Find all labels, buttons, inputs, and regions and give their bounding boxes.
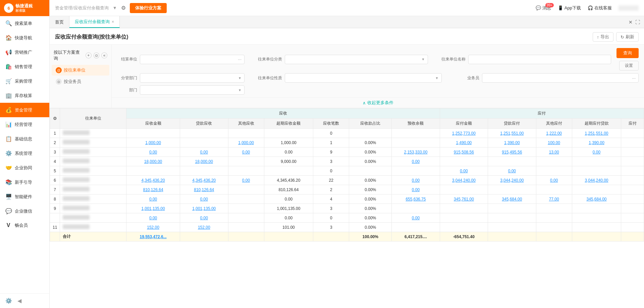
delete-scheme-button[interactable]: «	[101, 52, 107, 58]
department-field: 部门 ▼	[117, 85, 245, 95]
ellipsis-icon: ···	[238, 57, 241, 62]
user-name	[619, 5, 639, 11]
app-logo: 6 畅捷通账 标准版	[0, 0, 49, 16]
filter-label-row: 按以下方案查询 + ⊙ «	[50, 47, 111, 63]
tabbar-right-actions: ✕ ⛶	[625, 16, 644, 28]
sidebar-item-finance[interactable]: 💰 资金管理	[0, 103, 49, 117]
table-row: 64,345,436.204,345,436.200.004,345,436.2…	[50, 176, 644, 185]
wechat-icon: 💬	[5, 208, 11, 214]
sidebar-item-search[interactable]: 🔍 搜索菜单	[0, 16, 49, 31]
operations-icon: 📊	[5, 121, 11, 128]
filter-row-1: 结算单位 ··· 往来单位分类 ▼ 往来单位名称	[117, 48, 639, 71]
inventory-icon: 🏢	[5, 92, 11, 99]
query-button[interactable]: 查询	[616, 48, 639, 58]
sidebar-footer: ⚙️ ◀	[0, 293, 49, 308]
sidebar-item-operations[interactable]: 📊 经营管理	[0, 117, 49, 132]
chevron-down-icon: ▼	[422, 57, 425, 61]
table-settings-header: ⚙	[50, 108, 60, 129]
total-other-payable	[536, 232, 572, 241]
sidebar: 6 畅捷通账 标准版 🔍 搜索菜单 🏠 快捷导航 📢 营销推广 🛍️ 销售管理 …	[0, 0, 50, 308]
data-table: ⚙ 往来单位 应收 应付 应收金额 贷款应收 其他应收 超期应收金额 应收笔数 …	[50, 108, 644, 241]
search-icon: 🔍	[5, 20, 11, 27]
salesperson-input[interactable]: ···	[482, 73, 639, 83]
sidebar-item-inventory[interactable]: 🏢 库存核算	[0, 88, 49, 103]
collapse-filter-button[interactable]: ∧ 收起更多条件	[112, 97, 644, 108]
sidebar-item-guide[interactable]: 📚 新手引导	[0, 175, 49, 189]
loan-payable-header: 贷款应付	[488, 119, 536, 129]
sidebar-item-hardware[interactable]: 🖥️ 智能硬件	[0, 189, 49, 204]
header-gear-icon[interactable]: ⚙	[121, 5, 126, 11]
total-receivable-amt[interactable]: 19,553,472,6...	[126, 232, 180, 241]
sidebar-item-quick[interactable]: 🏠 快捷导航	[0, 31, 49, 45]
department-input[interactable]: ▼	[140, 85, 245, 95]
edit-scheme-button[interactable]: ⊙	[94, 52, 100, 58]
settings-button[interactable]: 设置	[619, 61, 639, 71]
dept-manager-label: 分管部门	[117, 75, 137, 81]
total-receivable-ratio: 100.00%	[349, 232, 392, 241]
partner-name-label: 往来单位名称	[439, 56, 466, 62]
total-label	[50, 232, 60, 241]
loan-receivable-header: 贷款应收	[180, 119, 228, 129]
partner-name-input[interactable]	[468, 55, 611, 64]
collapse-icon[interactable]: ◀	[17, 298, 21, 304]
partner-category-input[interactable]: ▼	[285, 55, 428, 64]
chevron-down-4-icon: ▼	[238, 88, 241, 92]
service-icon: 🎧	[588, 5, 593, 10]
sidebar-item-purchase[interactable]: 🛒 采购管理	[0, 74, 49, 88]
dept-manager-input[interactable]: ▼	[140, 73, 245, 83]
sidebar-item-system[interactable]: ⚙️ 系统管理	[0, 146, 49, 161]
export-button[interactable]: ↑ 导出	[593, 32, 614, 42]
dept-manager-field: 分管部门 ▼	[117, 73, 245, 83]
sidebar-item-sales[interactable]: 🛍️ 销售管理	[0, 59, 49, 74]
filter-fields: 结算单位 ··· 往来单位分类 ▼ 往来单位名称	[112, 45, 644, 108]
sidebar-item-enterprise[interactable]: 🤝 企业协同	[0, 161, 49, 175]
total-other-receivable	[228, 232, 264, 241]
ellipsis-2-icon: ···	[632, 76, 636, 81]
partner-nature-field: 往来单位性质 ▼	[255, 73, 442, 83]
basic-icon: 📋	[5, 136, 11, 142]
sidebar-item-member[interactable]: V 畅会员	[0, 218, 49, 232]
sidebar-item-marketing[interactable]: 📢 营销推广	[0, 45, 49, 59]
refresh-button[interactable]: ↻ 刷新	[616, 32, 639, 42]
total-loan-receivable	[180, 232, 228, 241]
scheme-label-by-staff: 按业务员	[64, 79, 81, 85]
partner-category-label: 往来单位分类	[255, 56, 282, 62]
settlement-unit-input[interactable]: ···	[140, 55, 245, 64]
app-download-button[interactable]: 📱 App下载	[558, 5, 581, 11]
table-settings-icon[interactable]: ⚙	[53, 116, 57, 121]
message-button[interactable]: 💬 消息 99+	[536, 5, 551, 11]
filter-section: 按以下方案查询 + ⊙ « @ 按往来单位 ⊙ 按业务员 结算单位 ···	[50, 45, 644, 108]
sidebar-item-basic[interactable]: 📋 基础信息	[0, 132, 49, 146]
scheme-item-by-unit[interactable]: @ 按往来单位	[52, 65, 109, 76]
app-icon: 📱	[558, 5, 563, 10]
tab-balance-query[interactable]: 应收应付余额查询 ×	[69, 16, 120, 28]
filter-row-2: 分管部门 ▼ 往来单位性质 ▼ 业务员 ···	[117, 73, 639, 83]
tab-home[interactable]: 首页	[50, 16, 69, 28]
total-payable	[621, 232, 644, 241]
table-row: 80.000.000.0040.00%655,636.75345,761.003…	[50, 194, 644, 204]
partner-category-field: 往来单位分类 ▼	[255, 55, 428, 64]
close-window-icon[interactable]: ✕	[629, 19, 633, 25]
service-button[interactable]: 🎧 在线客服	[588, 5, 612, 11]
sidebar-item-wechat[interactable]: 💬 企业微信	[0, 204, 49, 218]
solution-button[interactable]: 体验行业方案	[130, 3, 167, 13]
partner-nature-input[interactable]: ▼	[285, 73, 442, 83]
page-title: 应收应付余额查询(按往来单位)	[55, 34, 128, 41]
unit-header: 往来单位	[60, 108, 126, 129]
partner-nature-label: 往来单位性质	[255, 75, 282, 81]
guide-icon: 📚	[5, 179, 11, 185]
scheme-panel: 按以下方案查询 + ⊙ « @ 按往来单位 ⊙ 按业务员	[50, 45, 112, 108]
partner-name-field: 往来单位名称	[439, 55, 611, 64]
scheme-item-by-staff[interactable]: ⊙ 按业务员	[52, 76, 109, 87]
table-area: ⚙ 往来单位 应收 应付 应收金额 贷款应收 其他应收 超期应收金额 应收笔数 …	[50, 108, 644, 241]
other-payable-header: 其他应付	[536, 119, 572, 129]
settings-icon[interactable]: ⚙️	[5, 298, 12, 304]
maximize-icon[interactable]: ⛶	[635, 19, 640, 25]
hardware-icon: 🖥️	[5, 193, 11, 200]
table-row: 11152.00152.00101.0030.00%	[50, 223, 644, 232]
sales-icon: 🛍️	[5, 63, 11, 70]
total-prepaid-balance: 6,417,215....	[392, 232, 440, 241]
receivable-amt-header: 应收金额	[126, 119, 180, 129]
tab-close-icon[interactable]: ×	[112, 19, 114, 24]
add-scheme-button[interactable]: +	[86, 52, 92, 58]
